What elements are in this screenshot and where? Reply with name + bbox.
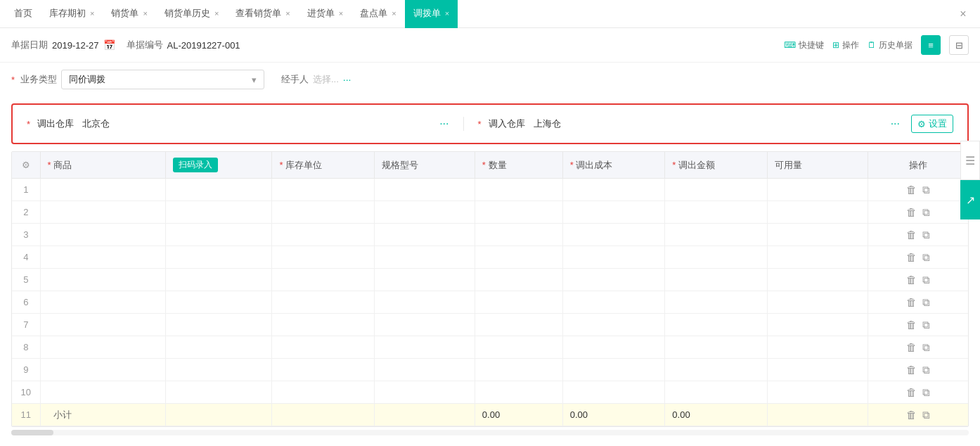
cell-qty[interactable]: [475, 314, 562, 336]
copy-icon[interactable]: ⧉: [922, 184, 930, 196]
cell-qty[interactable]: [475, 201, 562, 224]
cell-qty[interactable]: [475, 179, 562, 201]
cell-product[interactable]: [40, 291, 165, 314]
cell-spec[interactable]: [375, 179, 475, 201]
cell-product[interactable]: [40, 201, 165, 224]
cell-spec[interactable]: [375, 314, 475, 336]
cell-unit[interactable]: [272, 359, 375, 381]
delete-icon[interactable]: 🗑: [906, 341, 917, 353]
cell-amount[interactable]: [665, 359, 768, 381]
tab-sales-history[interactable]: 销货单历史 ×: [156, 0, 227, 28]
cell-spec[interactable]: [375, 381, 475, 404]
delete-icon[interactable]: 🗑: [906, 364, 917, 376]
cell-cost[interactable]: [562, 201, 665, 224]
cell-amount[interactable]: [665, 179, 768, 201]
calendar-icon[interactable]: 📅: [103, 39, 115, 51]
cell-amount[interactable]: 0.00: [665, 404, 768, 426]
cell-product[interactable]: [40, 224, 165, 246]
scan-button[interactable]: 扫码录入: [173, 158, 218, 172]
handler-more-icon[interactable]: ···: [343, 74, 352, 85]
sidebar-list-icon[interactable]: ☰: [960, 141, 980, 180]
out-warehouse-more-icon[interactable]: ···: [439, 117, 449, 130]
shortcuts-button[interactable]: ⌨ 快捷键: [784, 39, 824, 51]
horizontal-scrollbar[interactable]: [11, 430, 969, 435]
delete-icon[interactable]: 🗑: [906, 184, 917, 196]
cell-amount[interactable]: [665, 314, 768, 336]
delete-icon[interactable]: 🗑: [906, 251, 917, 263]
cell-cost[interactable]: [562, 336, 665, 359]
cell-amount[interactable]: [665, 224, 768, 246]
cell-spec[interactable]: [375, 404, 475, 426]
copy-icon[interactable]: ⧉: [922, 229, 930, 241]
cell-cost[interactable]: [562, 224, 665, 246]
settings-button[interactable]: ⚙ 设置: [911, 115, 953, 133]
gear-icon[interactable]: ⚙: [22, 160, 30, 170]
window-close-button[interactable]: ×: [952, 3, 974, 25]
cell-unit[interactable]: [272, 291, 375, 314]
cell-amount[interactable]: [665, 269, 768, 291]
cell-qty[interactable]: [475, 381, 562, 404]
delete-icon[interactable]: 🗑: [906, 229, 917, 241]
cell-spec[interactable]: [375, 246, 475, 269]
copy-icon[interactable]: ⧉: [922, 386, 930, 399]
delete-icon[interactable]: 🗑: [906, 409, 917, 421]
cell-unit[interactable]: [272, 269, 375, 291]
copy-icon[interactable]: ⧉: [922, 364, 930, 376]
tab-view-sales[interactable]: 查看销货单 ×: [227, 0, 298, 28]
copy-icon[interactable]: ⧉: [922, 409, 930, 421]
handler-select[interactable]: 选择...: [313, 73, 339, 86]
cell-cost[interactable]: [562, 359, 665, 381]
cell-product[interactable]: [40, 381, 165, 404]
tab-view-sales-close[interactable]: ×: [285, 9, 290, 18]
delete-icon[interactable]: 🗑: [906, 319, 917, 331]
history-button[interactable]: 🗒 历史单据: [868, 39, 913, 51]
cell-product[interactable]: [40, 246, 165, 269]
cell-amount[interactable]: [665, 291, 768, 314]
cell-spec[interactable]: [375, 224, 475, 246]
delete-icon[interactable]: 🗑: [906, 206, 917, 218]
cell-spec[interactable]: [375, 336, 475, 359]
cell-amount[interactable]: [665, 201, 768, 224]
cell-unit[interactable]: [272, 336, 375, 359]
tab-inventory-close[interactable]: ×: [90, 9, 94, 18]
tab-sales-history-close[interactable]: ×: [214, 9, 219, 18]
cell-qty[interactable]: [475, 269, 562, 291]
cell-product[interactable]: [40, 336, 165, 359]
cell-unit[interactable]: [272, 201, 375, 224]
cell-cost[interactable]: [562, 246, 665, 269]
copy-icon[interactable]: ⧉: [922, 341, 930, 354]
cell-cost[interactable]: 0.00: [562, 404, 665, 426]
tab-stocktake-close[interactable]: ×: [392, 9, 396, 18]
sidebar-export-icon[interactable]: ↗: [960, 180, 980, 219]
cell-qty[interactable]: 0.00: [475, 404, 562, 426]
cell-unit[interactable]: [272, 179, 375, 201]
cell-cost[interactable]: [562, 291, 665, 314]
copy-icon[interactable]: ⧉: [922, 274, 930, 286]
cell-spec[interactable]: [375, 291, 475, 314]
cell-qty[interactable]: [475, 336, 562, 359]
cell-spec[interactable]: [375, 269, 475, 291]
cell-unit[interactable]: [272, 404, 375, 426]
tab-transfer[interactable]: 调拨单 ×: [405, 0, 458, 28]
delete-icon[interactable]: 🗑: [906, 274, 917, 286]
copy-icon[interactable]: ⧉: [922, 206, 930, 219]
cell-qty[interactable]: [475, 246, 562, 269]
cell-unit[interactable]: [272, 224, 375, 246]
tab-purchase[interactable]: 进货单 ×: [299, 0, 352, 28]
cell-amount[interactable]: [665, 336, 768, 359]
cell-product[interactable]: [40, 314, 165, 336]
tab-purchase-close[interactable]: ×: [339, 9, 343, 18]
scrollbar-thumb[interactable]: [11, 430, 53, 435]
view-grid-button[interactable]: ⊟: [949, 35, 969, 55]
in-warehouse-more-icon[interactable]: ···: [891, 117, 900, 130]
cell-qty[interactable]: [475, 359, 562, 381]
cell-cost[interactable]: [562, 179, 665, 201]
copy-icon[interactable]: ⧉: [922, 296, 930, 309]
cell-spec[interactable]: [375, 201, 475, 224]
cell-unit[interactable]: [272, 246, 375, 269]
tab-sales-close[interactable]: ×: [143, 9, 147, 18]
tab-stocktake[interactable]: 盘点单 ×: [352, 0, 404, 28]
cell-spec[interactable]: [375, 359, 475, 381]
tab-transfer-close[interactable]: ×: [445, 9, 449, 18]
cell-qty[interactable]: [475, 291, 562, 314]
